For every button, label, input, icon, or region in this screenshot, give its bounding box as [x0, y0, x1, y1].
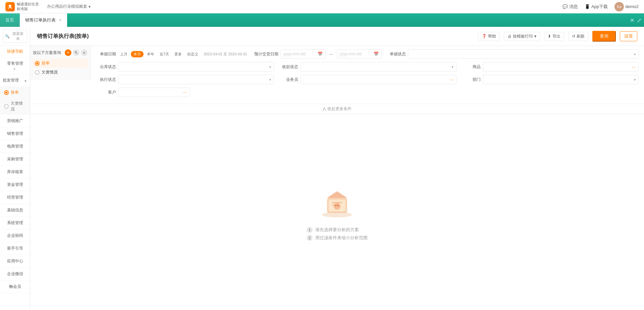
expand-window-icon[interactable]: ⤢: [637, 17, 641, 23]
filter-goods-field: 商品 ···: [461, 62, 639, 71]
sidebar-item-enterprise[interactable]: 企业协同: [0, 229, 30, 242]
debt-scheme-icon: [35, 70, 40, 75]
payment-label: 收款状态: [278, 64, 298, 70]
help-button[interactable]: ❓ 帮助: [478, 32, 500, 41]
salesman-more-icon[interactable]: ···: [449, 77, 453, 82]
status-label: 单据状态: [386, 51, 406, 57]
payment-select[interactable]: ▾: [300, 62, 456, 71]
filter-panel: 按以下方案查询 + ✎ «: [30, 46, 644, 114]
dept-arrow-icon: ▾: [634, 78, 636, 82]
sidebar-item-ecommerce[interactable]: 电商管理: [0, 140, 30, 153]
sidebar-item-apps[interactable]: 应用中心: [0, 255, 30, 268]
expected-date-from-input[interactable]: yyyy-mm-dd 📅: [280, 49, 326, 59]
filter-expected-date-field: 预计交货日期 yyyy-mm-dd 📅 — yyyy-mm-dd 📅: [254, 49, 382, 59]
shortcut-last-month[interactable]: 上月: [118, 51, 129, 57]
exec-select[interactable]: ▾: [118, 75, 274, 84]
filter-date-field: 单据日期 上月 本月 本年 近7天 更多 自定义 2023-03-01 至 20…: [96, 51, 250, 57]
query-button[interactable]: 查询: [592, 31, 616, 42]
tab-close-icon[interactable]: ×: [59, 18, 61, 22]
filter-row-3: 执行状态 ▾ 业务员 ···: [96, 75, 639, 84]
home-tab-label: 首页: [5, 17, 14, 23]
delivery-select[interactable]: ▾: [118, 62, 274, 71]
export-button[interactable]: ⬇ 导出: [544, 32, 564, 41]
shortcut-custom[interactable]: 自定义: [185, 51, 200, 57]
scheme-item-order[interactable]: 按单: [33, 59, 88, 68]
close-window-icon[interactable]: ✕: [630, 17, 634, 23]
shortcut-this-month[interactable]: 本月: [131, 51, 144, 57]
nav-tabs-right: ✕ ⤢: [630, 17, 644, 23]
sidebar-item-retail[interactable]: 零售管理 ▶: [0, 57, 30, 74]
edit-icon: ✎: [74, 50, 78, 55]
sidebar-item-basic[interactable]: 基础信息: [0, 204, 30, 217]
logo-text: 畅捷通好生意 标准版: [17, 2, 39, 11]
scheme-edit-button[interactable]: ✎: [73, 49, 79, 56]
refresh-button[interactable]: ↺ 刷新: [568, 32, 588, 41]
filter-scheme: 按以下方案查询 + ✎ «: [30, 46, 91, 80]
step-2-num: 2: [307, 235, 313, 241]
customer-input[interactable]: ···: [118, 88, 190, 97]
sidebar-quick-nav[interactable]: 快捷导航: [0, 46, 30, 57]
step-2-text: 用过滤条件来缩小分析范围: [315, 235, 368, 241]
svg-point-0: [9, 5, 11, 7]
empty-step-1: 1 请先选择要分析的方案: [307, 227, 368, 233]
sidebar-item-guide[interactable]: 新手引导: [0, 242, 30, 255]
sidebar-sub-item-debt[interactable]: 欠资情况: [0, 98, 30, 115]
sidebar-item-purchase[interactable]: 采购管理: [0, 153, 30, 166]
scheme-item-debt[interactable]: 欠资情况: [33, 68, 88, 77]
customer-more-icon[interactable]: ···: [183, 90, 187, 95]
logo-icon: [5, 2, 15, 11]
filter-row-1: 单据日期 上月 本月 本年 近7天 更多 自定义 2023-03-01 至 20…: [96, 49, 639, 59]
page-title: 销售订单执行表(按单): [37, 33, 89, 44]
goods-more-icon[interactable]: ···: [632, 64, 636, 69]
svg-rect-9: [332, 204, 339, 206]
sidebar-sub-item-order[interactable]: 按单: [0, 87, 30, 98]
tab-home[interactable]: 首页: [0, 13, 20, 27]
goods-label: 商品: [461, 64, 481, 70]
settings-button[interactable]: 设置: [620, 31, 637, 41]
message-button[interactable]: 💬 消息: [562, 4, 578, 10]
goods-input[interactable]: ···: [483, 62, 639, 71]
sidebar-item-inventory[interactable]: 库存核算: [0, 166, 30, 178]
print-arrow-icon: ▾: [534, 34, 536, 39]
sidebar-item-sales-mgmt[interactable]: 销售管理: [0, 127, 30, 140]
sidebar-item-wechat[interactable]: 企业微信: [0, 268, 30, 280]
dept-select[interactable]: ▾: [483, 75, 639, 84]
filter-salesman-field: 业务员 ···: [278, 75, 456, 84]
empty-illustration: [317, 181, 357, 221]
sidebar-item-marketing[interactable]: 营销推广: [0, 115, 30, 127]
scheme-collapse-button[interactable]: «: [81, 49, 88, 56]
user-menu[interactable]: Ea demo2: [614, 2, 639, 11]
help-icon: ❓: [482, 34, 487, 39]
status-select[interactable]: ▾: [408, 49, 639, 59]
shortcut-7days[interactable]: 近7天: [158, 51, 171, 57]
calendar-icon: 📅: [318, 52, 323, 56]
tab-sales-order[interactable]: 销售订单执行表 ×: [20, 13, 67, 27]
search-menu-button[interactable]: 🔍 搜索菜单: [3, 30, 27, 43]
sidebar-item-system[interactable]: 系统管理: [0, 217, 30, 229]
nav-tabs: 首页 销售订单执行表 × ✕ ⤢: [0, 13, 644, 27]
step-1-num: 1: [307, 227, 313, 233]
app-download-button[interactable]: 📱 App下载: [585, 4, 608, 10]
wholesale-expand-icon: ▲: [24, 79, 27, 82]
salesman-input[interactable]: ···: [300, 75, 456, 84]
breadcrumb-arrow[interactable]: ▾: [89, 4, 91, 9]
scheme-dot-icon: [35, 61, 40, 66]
breadcrumb: 办公用品行业模拟账套 ▾: [47, 4, 91, 9]
scheme-add-button[interactable]: +: [65, 49, 71, 56]
scheme-actions: + ✎ «: [65, 49, 88, 56]
sidebar-item-member[interactable]: 畅会员: [0, 280, 30, 293]
date-shortcuts: 上月 本月 本年 近7天 更多 自定义: [118, 51, 200, 57]
sidebar-item-finance[interactable]: 资金管理: [0, 178, 30, 191]
shortcut-this-year[interactable]: 本年: [145, 51, 156, 57]
expected-date-to-input[interactable]: yyyy-mm-dd 📅: [337, 49, 382, 59]
template-print-button[interactable]: 🖨 按模板打印 ▾: [504, 32, 540, 41]
svg-marker-4: [327, 191, 347, 198]
filter-collapse-button[interactable]: ⋀ 收起更多条件: [30, 104, 644, 114]
dept-label: 部门: [461, 77, 481, 83]
sidebar-item-operations[interactable]: 经营管理: [0, 191, 30, 204]
shortcut-more[interactable]: 更多: [172, 51, 184, 57]
sidebar-item-wholesale[interactable]: 批发管理 ▲: [0, 74, 30, 87]
header-right: 💬 消息 📱 App下载 Ea demo2: [562, 2, 639, 11]
order-dot-icon: [4, 90, 9, 95]
header-left: 畅捷通好生意 标准版 办公用品行业模拟账套 ▾: [5, 2, 91, 11]
